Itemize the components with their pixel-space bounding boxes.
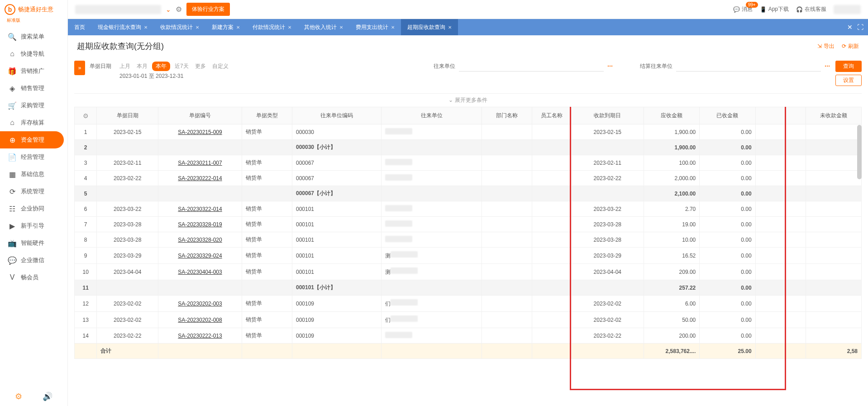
cell-doc-code[interactable]: SA-20230211-007 [158,155,242,171]
table-settings-icon[interactable]: ⚙ [83,112,89,119]
messages-link[interactable]: 💬 消息 99+ [733,5,753,13]
column-header[interactable] [755,107,806,124]
tab-close-icon[interactable]: ✕ [196,25,199,30]
date-option[interactable]: 自定义 [210,62,230,71]
cell-doc-code[interactable]: SA-20230222-014 [158,171,242,186]
table-row: 92023-03-29SA-20230329-024销货单000101测2023… [75,248,862,264]
tab-close-icon[interactable]: ✕ [339,25,343,30]
column-header[interactable]: 未收款金额 [806,107,861,124]
cell-due-date: 2023-02-11 [571,155,644,171]
sidebar-item-inventory[interactable]: ⌂库存核算 [0,114,67,131]
column-header[interactable]: 单据类型 [242,107,292,124]
page-title: 超期应收款查询(无分组) [77,41,164,52]
sidebar-item-purchase[interactable]: 🛒采购管理 [0,97,67,114]
org-settings-icon[interactable]: ⚙ [176,5,182,14]
settle-unit-input[interactable] [676,61,821,72]
messages-badge: 99+ [746,2,758,8]
expand-more-filters[interactable]: ⌄ 展开更多条件 [74,93,862,107]
tab-close-icon[interactable]: ✕ [448,25,452,30]
column-header[interactable]: 员工名称 [532,107,571,124]
app-download-link[interactable]: 📱 App下载 [760,5,789,13]
tab[interactable]: 现金银行流水查询✕ [91,19,154,35]
sidebar-item-funds[interactable]: ⊕资金管理 [0,131,64,148]
date-option[interactable]: 更多 [193,62,208,71]
tab[interactable]: 付款情况统计✕ [246,19,298,35]
cell-received: 0.00 [700,217,755,232]
main: ⌄ ⚙ 体验行业方案 💬 消息 99+ 📱 App下载 🎧 在线客服 [68,0,868,406]
tab[interactable]: 首页 [68,19,91,35]
sidebar-item-operation[interactable]: 📄经营管理 [0,148,67,166]
cell-doc-code[interactable]: SA-20230404-003 [158,264,242,280]
export-button[interactable]: ⇲ 导出 [817,43,835,50]
cell-doc-code[interactable]: SA-20230215-009 [158,124,242,140]
experience-button[interactable]: 体验行业方案 [186,3,230,16]
speaker-icon[interactable]: 🔊 [43,392,52,401]
cell-received: 0.00 [700,296,755,312]
sidebar-item-guide[interactable]: ▶新手引导 [0,217,67,234]
date-option[interactable]: 本月 [135,62,149,71]
column-header[interactable]: 往来单位 [382,107,482,124]
cell-doc-code[interactable]: SA-20230328-019 [158,217,242,232]
vertical-scrollbar[interactable] [857,125,862,179]
base-info-icon: ▦ [8,170,16,178]
cell-doc-code[interactable]: SA-20230329-024 [158,248,242,264]
settle-unit-more-icon[interactable]: ⋯ [825,63,831,69]
collapse-filters-icon[interactable]: » [74,61,85,75]
fullscreen-icon[interactable]: ⛶ [857,24,863,31]
column-header[interactable]: 部门名称 [482,107,532,124]
online-support-link[interactable]: 🎧 在线客服 [796,5,826,13]
sidebar-item-system[interactable]: ⟳系统管理 [0,183,67,200]
column-header[interactable]: 已收金额 [700,107,755,124]
cell-doc-code[interactable]: SA-20230202-003 [158,296,242,312]
cell-doc-code[interactable]: SA-20230322-014 [158,201,242,217]
cell-doc-code[interactable]: SA-20230222-013 [158,328,242,344]
cell-doc-code[interactable]: SA-20230202-008 [158,312,242,328]
tab[interactable]: 超期应收款查询✕ [401,19,458,35]
column-header[interactable]: 应收金额 [644,107,699,124]
column-header[interactable]: 往来单位编码 [292,107,381,124]
tab-close-icon[interactable]: ✕ [391,25,395,30]
tab[interactable]: 新建方案✕ [205,19,246,35]
filter-settings-button[interactable]: 设置 [835,75,862,86]
org-dropdown-icon[interactable]: ⌄ [166,6,171,13]
date-option[interactable]: 上月 [118,62,132,71]
tab-close-icon[interactable]: ✕ [236,25,240,30]
date-option[interactable]: 近7天 [173,62,191,71]
sidebar-item-search-menu[interactable]: 🔍搜索菜单 [0,28,67,45]
unit-more-icon[interactable]: ⋯ [607,63,614,69]
cell-receivable: 1,900.00 [644,124,699,140]
tab-close-icon[interactable]: ✕ [144,25,148,30]
unit-input[interactable] [459,61,604,72]
column-header[interactable]: 单据日期 [97,107,158,124]
sidebar-item-sales[interactable]: ◈销售管理 [0,80,67,97]
cell-due-date: 2023-02-02 [571,296,644,312]
tab-close-icon[interactable]: ✕ [288,25,291,30]
tab[interactable]: 其他收入统计✕ [298,19,349,35]
column-header[interactable]: 收款到期日 [571,107,644,124]
cell-unreceived [806,328,861,344]
date-option[interactable]: 本年 [152,62,170,71]
tab[interactable]: 收款情况统计✕ [154,19,205,35]
logo-icon: b [5,4,15,15]
cell-unit-code: 000030【小计】 [292,140,381,155]
close-tab-icon[interactable]: ✕ [847,24,853,31]
user-redacted[interactable] [834,5,861,14]
refresh-button[interactable]: ⟳ 刷新 [842,43,859,50]
unit-label: 往来单位 [434,62,455,70]
sidebar-item-marketing[interactable]: 🎁营销推广 [0,62,67,80]
column-header[interactable]: 单据编号 [158,107,242,124]
cell-unit [382,171,482,186]
query-button[interactable]: 查询 [835,61,862,72]
sidebar-item-hardware[interactable]: 📺智能硬件 [0,234,67,252]
table-row: 12023-02-15SA-20230215-009销货单0000302023-… [75,124,862,140]
sidebar-item-base-info[interactable]: ▦基础信息 [0,166,67,183]
sidebar-item-quick-nav[interactable]: ⌂快捷导航 [0,45,67,62]
sidebar-item-enterprise-collab[interactable]: ☷企业协同 [0,200,67,217]
sidebar-item-label: 基础信息 [21,170,44,178]
tab[interactable]: 费用支出统计✕ [349,19,401,35]
cell-emp [532,296,571,312]
settings-gear-icon[interactable]: ⚙ [15,392,22,401]
sidebar-item-member[interactable]: V畅会员 [0,269,67,286]
cell-doc-code[interactable]: SA-20230328-020 [158,232,242,248]
sidebar-item-wechat[interactable]: 💬企业微信 [0,252,67,269]
